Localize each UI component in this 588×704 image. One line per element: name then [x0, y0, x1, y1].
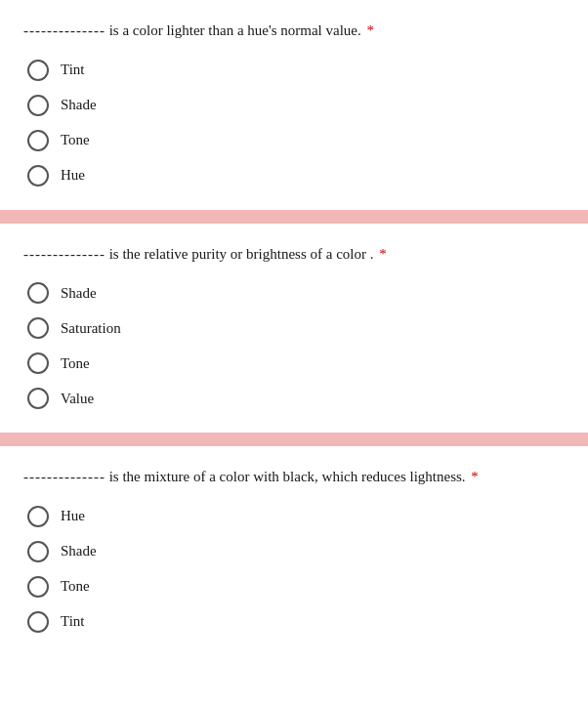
options-list-1: Tint Shade Tone Hue: [23, 60, 565, 186]
question-body-3: is the mixture of a color with black, wh…: [109, 469, 466, 484]
radio-shade-2[interactable]: [27, 282, 49, 304]
blank-3: --------------: [23, 469, 105, 484]
option-item[interactable]: Shade: [27, 95, 565, 116]
radio-tone-3[interactable]: [27, 576, 49, 598]
option-item[interactable]: Hue: [27, 165, 565, 186]
question-text-1: -------------- is a color lighter than a…: [23, 20, 565, 42]
option-item[interactable]: Value: [27, 388, 565, 409]
option-label: Saturation: [61, 320, 121, 337]
option-item[interactable]: Tone: [27, 130, 565, 151]
option-label: Shade: [61, 285, 97, 302]
options-list-3: Hue Shade Tone Tint: [23, 506, 565, 633]
option-label: Tone: [61, 132, 90, 148]
question-body-2: is the relative purity or brightness of …: [109, 246, 374, 262]
blank-1: --------------: [23, 22, 105, 38]
option-label: Hue: [61, 508, 85, 524]
option-item[interactable]: Tone: [27, 352, 565, 374]
divider-1: [0, 210, 588, 224]
option-label: Tint: [61, 613, 84, 630]
options-list-2: Shade Saturation Tone Value: [23, 282, 565, 409]
radio-saturation-2[interactable]: [27, 317, 49, 339]
option-item[interactable]: Tint: [27, 611, 565, 633]
option-item[interactable]: Hue: [27, 506, 565, 527]
option-label: Shade: [61, 543, 97, 559]
radio-tone-1[interactable]: [27, 130, 49, 151]
radio-hue-3[interactable]: [27, 506, 49, 527]
option-item[interactable]: Tint: [27, 60, 565, 81]
option-item[interactable]: Saturation: [27, 317, 565, 339]
radio-hue-1[interactable]: [27, 165, 49, 186]
question-body-1: is a color lighter than a hue's normal v…: [109, 22, 361, 38]
option-label: Value: [61, 391, 94, 407]
radio-value-2[interactable]: [27, 388, 49, 409]
option-item[interactable]: Tone: [27, 576, 565, 598]
divider-2: [0, 433, 588, 446]
option-item[interactable]: Shade: [27, 282, 565, 304]
required-star-1: *: [366, 22, 374, 38]
option-label: Hue: [61, 167, 85, 184]
option-label: Shade: [61, 97, 97, 113]
question-block-3: -------------- is the mixture of a color…: [0, 446, 588, 656]
option-label: Tint: [61, 62, 84, 78]
radio-tone-2[interactable]: [27, 352, 49, 374]
radio-shade-3[interactable]: [27, 541, 49, 562]
question-text-2: -------------- is the relative purity or…: [23, 243, 565, 266]
blank-2: --------------: [23, 246, 105, 262]
option-label: Tone: [61, 355, 90, 372]
option-item[interactable]: Shade: [27, 541, 565, 562]
question-block-1: -------------- is a color lighter than a…: [0, 0, 588, 210]
radio-tint-1[interactable]: [27, 60, 49, 81]
required-star-2: *: [379, 246, 387, 262]
quiz-container: -------------- is a color lighter than a…: [0, 0, 588, 656]
radio-shade-1[interactable]: [27, 95, 49, 116]
option-label: Tone: [61, 578, 90, 595]
question-text-3: -------------- is the mixture of a color…: [23, 466, 565, 488]
radio-tint-3[interactable]: [27, 611, 49, 633]
required-star-3: *: [471, 469, 479, 484]
question-block-2: -------------- is the relative purity or…: [0, 224, 588, 434]
